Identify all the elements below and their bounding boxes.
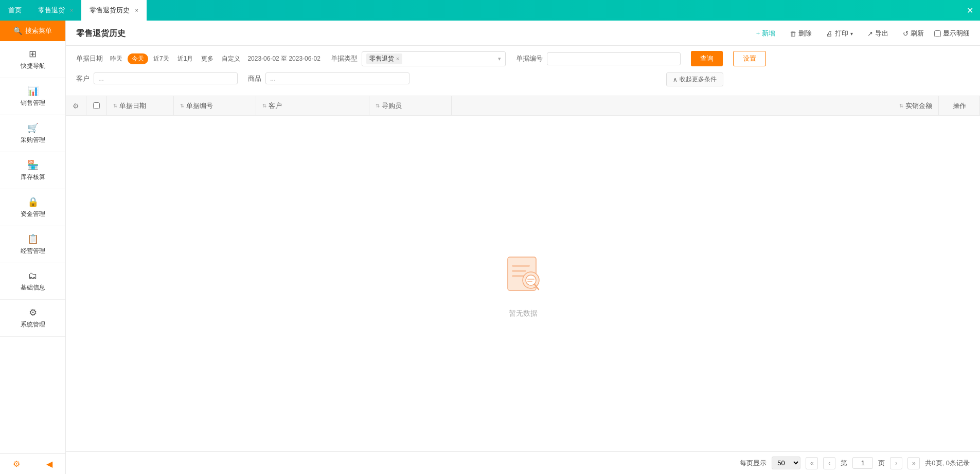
delete-icon: 🗑: [790, 30, 796, 38]
customer-select[interactable]: ...: [94, 72, 238, 84]
sidebar-nav: ⊞ 快捷导航 📊 销售管理 🛒 采购管理 🏪 库存核算 🔒 资金管理 📋: [0, 41, 65, 453]
tab-retail-return[interactable]: 零售退货 ×: [30, 0, 81, 21]
sidebar-item-sales-mgmt[interactable]: 📊 销售管理: [0, 78, 65, 115]
date-btn-today[interactable]: 今天: [128, 53, 148, 64]
date-btn-yesterday[interactable]: 昨天: [107, 53, 126, 64]
per-page-select[interactable]: 50 10 20 100: [772, 457, 800, 469]
sidebar-item-ops-label: 经营管理: [21, 247, 45, 256]
th-date: ⇅ 单据日期: [107, 96, 174, 115]
sidebar: 🔍 搜索菜单 ⊞ 快捷导航 📊 销售管理 🛒 采购管理 🏪 库存核算 🔒: [0, 21, 66, 474]
sidebar-item-basic-info[interactable]: 🗂 基础信息: [0, 263, 65, 300]
th-checkbox[interactable]: [86, 96, 107, 115]
sidebar-item-sales-label: 销售管理: [21, 99, 45, 107]
window-close-button[interactable]: ✕: [959, 0, 980, 21]
doc-no-filter-group: 单据编号: [516, 52, 681, 65]
basic-info-icon: 🗂: [28, 270, 38, 281]
next-page-button[interactable]: ›: [890, 457, 902, 469]
last-page-icon: »: [912, 460, 916, 467]
tab-retail-return-history-label: 零售退货历史: [90, 6, 130, 15]
filter-row-1: 单据日期 昨天 今天 近7天 近1月 更多 自定义 2023-06-02 至 2…: [76, 51, 970, 66]
collapse-label: 收起更多条件: [680, 75, 717, 84]
settings-bottom-icon[interactable]: ⚙: [13, 459, 20, 469]
th-settings: ⚙: [66, 96, 86, 115]
print-chevron-icon: ▾: [850, 31, 853, 37]
sidebar-item-sys-label: 系统管理: [21, 320, 45, 329]
sort-date-icon[interactable]: ⇅: [113, 103, 117, 108]
content-area: 零售退货历史 + 新增 🗑 删除 🖨 打印 ▾ ↗: [66, 21, 980, 474]
page-number-input[interactable]: [852, 457, 873, 469]
doc-type-chevron-icon: ▾: [498, 56, 501, 62]
svg-rect-9: [527, 281, 532, 282]
new-button[interactable]: + 新增: [752, 27, 779, 40]
date-buttons: 昨天 今天 近7天 近1月 更多 自定义: [107, 53, 243, 64]
tab-retail-return-history-close[interactable]: ×: [135, 7, 138, 13]
print-label: 打印: [835, 29, 848, 38]
doc-type-select[interactable]: 零售退货 × ▾: [362, 51, 506, 66]
th-no: ⇅ 单据编号: [174, 96, 256, 115]
delete-button[interactable]: 🗑 删除: [786, 27, 816, 40]
doc-type-tag-value: 零售退货: [369, 54, 394, 63]
settings-button[interactable]: 设置: [733, 51, 766, 66]
sort-amount-icon[interactable]: ⇅: [899, 103, 903, 108]
sort-customer-icon[interactable]: ⇅: [262, 103, 266, 108]
th-amount-label: 实销金额: [905, 101, 932, 111]
date-btn-last1m[interactable]: 近1月: [174, 53, 197, 64]
show-detail-label: 显示明细: [943, 29, 970, 38]
collapse-sidebar-icon[interactable]: ◀: [46, 459, 52, 469]
svg-rect-3: [512, 270, 526, 272]
export-button[interactable]: ↗ 导出: [863, 27, 893, 40]
sidebar-item-quick-nav-label: 快捷导航: [21, 62, 45, 70]
date-filter-label: 单据日期: [76, 54, 103, 63]
date-filter-group: 单据日期 昨天 今天 近7天 近1月 更多 自定义 2023-06-02 至 2…: [76, 53, 320, 64]
last-page-button[interactable]: »: [907, 457, 920, 469]
print-button[interactable]: 🖨 打印 ▾: [822, 27, 857, 40]
export-icon: ↗: [867, 30, 873, 38]
pagination-bar: 每页显示 50 10 20 100 « ‹ 第 页 › » 共0页, 0条记录: [66, 451, 980, 474]
date-btn-more[interactable]: 更多: [198, 53, 217, 64]
inventory-icon: 🏪: [27, 159, 39, 171]
doc-type-filter-group: 单据类型 零售退货 × ▾: [331, 51, 506, 66]
sidebar-bottom: ⚙ ◀: [0, 453, 65, 474]
empty-illustration: [497, 249, 549, 301]
table-settings-icon[interactable]: ⚙: [73, 102, 79, 110]
sidebar-search[interactable]: 🔍 搜索菜单: [0, 21, 65, 41]
sidebar-item-purchase-mgmt[interactable]: 🛒 采购管理: [0, 115, 65, 152]
sidebar-item-ops-mgmt[interactable]: 📋 经营管理: [0, 226, 65, 263]
tab-retail-return-close[interactable]: ×: [70, 7, 73, 13]
show-detail-checkbox-group: 显示明细: [934, 29, 970, 38]
goods-filter-label: 商品: [248, 74, 261, 83]
doc-no-input[interactable]: [547, 52, 681, 65]
customer-filter-label: 客户: [76, 74, 90, 83]
sys-mgmt-icon: ⚙: [29, 307, 37, 318]
select-all-checkbox[interactable]: [93, 102, 100, 109]
export-label: 导出: [875, 29, 888, 38]
sidebar-item-inventory-calc[interactable]: 🏪 库存核算: [0, 152, 65, 189]
new-label: + 新增: [756, 29, 775, 38]
sidebar-item-sys-mgmt[interactable]: ⚙ 系统管理: [0, 300, 65, 337]
tab-home-label: 首页: [8, 6, 22, 15]
collapse-more-conditions-button[interactable]: ∧ 收起更多条件: [666, 72, 723, 86]
date-btn-custom[interactable]: 自定义: [219, 53, 243, 64]
query-button[interactable]: 查询: [691, 51, 723, 66]
prev-page-button[interactable]: ‹: [823, 457, 835, 469]
refresh-button[interactable]: ↺ 刷新: [899, 27, 928, 40]
th-customer-label: 客户: [269, 101, 282, 111]
date-btn-last7[interactable]: 近7天: [150, 53, 172, 64]
doc-type-tag-close[interactable]: ×: [396, 56, 399, 62]
first-page-button[interactable]: «: [806, 457, 818, 469]
sidebar-item-quick-nav[interactable]: ⊞ 快捷导航: [0, 41, 65, 78]
finance-icon: 🔒: [27, 196, 39, 208]
empty-text: 暂无数据: [509, 309, 538, 318]
main-layout: 🔍 搜索菜单 ⊞ 快捷导航 📊 销售管理 🛒 采购管理 🏪 库存核算 🔒: [0, 21, 980, 474]
goods-select[interactable]: ...: [265, 72, 409, 84]
table-header: ⚙ ⇅ 单据日期 ⇅ 单据编号 ⇅ 客户 ⇅: [66, 96, 980, 116]
th-guide: ⇅ 导购员: [369, 96, 452, 115]
sort-no-icon[interactable]: ⇅: [180, 103, 184, 108]
show-detail-checkbox[interactable]: [934, 30, 941, 37]
sort-guide-icon[interactable]: ⇅: [376, 103, 380, 108]
delete-label: 删除: [798, 29, 812, 38]
tab-home[interactable]: 首页: [0, 0, 30, 21]
tab-retail-return-history[interactable]: 零售退货历史 ×: [81, 0, 146, 21]
sidebar-item-finance-mgmt[interactable]: 🔒 资金管理: [0, 189, 65, 226]
print-icon: 🖨: [826, 30, 833, 38]
